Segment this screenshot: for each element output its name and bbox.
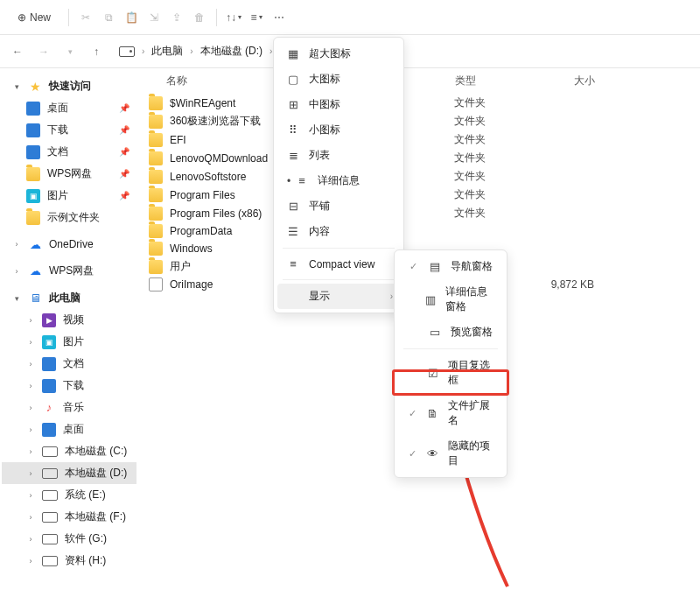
sidebar-drive-c[interactable]: ›本地磁盘 (C:): [2, 440, 136, 462]
sidebar-wpsdrive[interactable]: ›☁WPS网盘: [2, 260, 136, 282]
separator: [68, 9, 69, 26]
crumb-thispc[interactable]: 此电脑: [151, 44, 183, 59]
download-icon: [42, 379, 56, 393]
file-row[interactable]: LenovoSoftstore5 23:31文件夹: [140, 167, 700, 186]
file-type: 文件夹: [454, 114, 533, 129]
chevron-right-icon: ›: [26, 491, 35, 500]
menu-content[interactable]: ☰内容: [277, 219, 400, 244]
menu-tiles[interactable]: ⊟平铺: [277, 193, 400, 219]
chevron-right-icon: ›: [26, 557, 35, 565]
menu-label: 详细信息窗格: [445, 284, 494, 314]
menu-label: 内容: [309, 224, 330, 239]
breadcrumb[interactable]: › 此电脑 › 本地磁盘 (D:) ›: [119, 44, 274, 59]
tiles-icon: ⊟: [286, 200, 300, 213]
menu-list[interactable]: ≣列表: [277, 143, 400, 168]
sidebar-samples[interactable]: 示例文件夹: [2, 207, 136, 228]
new-button[interactable]: ⊕ New: [7, 8, 61, 27]
sidebar-desktop[interactable]: 桌面📌: [2, 97, 136, 119]
col-size[interactable]: 大小: [534, 74, 612, 88]
file-row[interactable]: Program Files (x86)5 15:00文件夹: [140, 204, 700, 222]
sidebar-downloads2[interactable]: ›下载: [2, 375, 136, 397]
sidebar-label: 图片: [47, 188, 68, 203]
sidebar-documents2[interactable]: ›文档: [2, 353, 136, 375]
file-row[interactable]: Program Files2:41文件夹: [140, 186, 700, 204]
menu-label: 列表: [309, 148, 330, 163]
chevron-right-icon: ›: [26, 338, 35, 347]
menu-compact-view[interactable]: ≡Compact view: [277, 252, 400, 276]
check-icon: ✓: [407, 261, 419, 272]
menu-show[interactable]: 显示›: [277, 284, 400, 309]
file-row[interactable]: ProgramData: [140, 222, 700, 240]
menu-file-extensions[interactable]: ✓🗎文件扩展名: [398, 393, 503, 433]
recent-icon[interactable]: ▾: [61, 47, 79, 56]
menu-label: 中图标: [309, 97, 340, 112]
sort-icon[interactable]: ↑↓ ▾: [224, 8, 243, 27]
sidebar-drive-e[interactable]: ›系统 (E:): [2, 484, 136, 506]
col-type[interactable]: 类型: [455, 74, 534, 88]
sidebar-drive-f[interactable]: ›本地磁盘 (F:): [2, 506, 136, 528]
forward-icon[interactable]: →: [35, 46, 52, 58]
drive-icon: [42, 490, 58, 501]
file-type: 文件夹: [454, 206, 533, 221]
cut-icon[interactable]: ✂: [76, 8, 95, 27]
pc-icon: 🖥: [28, 291, 42, 306]
sidebar-documents[interactable]: 文档📌: [2, 141, 136, 163]
file-row[interactable]: EFI5 17:18文件夹: [140, 130, 700, 149]
delete-icon[interactable]: 🗑: [190, 8, 209, 27]
sidebar-drive-h[interactable]: ›资料 (H:): [2, 550, 136, 572]
sidebar: ▾ ★ 快速访问 桌面📌 下载📌 文档📌 WPS网盘📌 ▣图片📌 示例文件夹 ›…: [0, 68, 140, 604]
toolbar: ⊕ New ✂ ⧉ 📋 ⇲ ⇪ 🗑 ↑↓ ▾ ≡ ▾ ⋯: [0, 0, 700, 35]
sidebar-desktop2[interactable]: ›桌面: [2, 418, 136, 440]
sidebar-thispc[interactable]: ▾🖥此电脑: [2, 287, 136, 309]
drive-icon: [42, 446, 58, 457]
menu-medium-icons[interactable]: ⊞中图标: [277, 92, 400, 117]
rename-icon[interactable]: ⇲: [144, 8, 164, 27]
menu-details-pane[interactable]: ▥详细信息窗格: [398, 279, 503, 320]
menu-label: 显示: [309, 289, 330, 304]
menu-divider: [283, 279, 395, 280]
sidebar-label: WPS网盘: [49, 263, 94, 278]
menu-hidden-items[interactable]: ✓👁隐藏的项目: [398, 433, 503, 474]
menu-large-icons[interactable]: ▢大图标: [277, 67, 400, 92]
separator: [216, 9, 217, 26]
file-row[interactable]: 360极速浏览器下载3 17:26文件夹: [140, 112, 700, 130]
sidebar-label: 本地磁盘 (D:): [65, 466, 127, 481]
menu-navigation-pane[interactable]: ✓▤导航窗格: [398, 254, 503, 279]
document-icon: [42, 357, 56, 371]
sidebar-onedrive[interactable]: ›☁OneDrive: [2, 234, 136, 255]
sidebar-pictures[interactable]: ▣图片📌: [2, 185, 136, 207]
file-row[interactable]: LenovoQMDownload5 19:40文件夹: [140, 149, 700, 167]
sidebar-downloads[interactable]: 下载📌: [2, 119, 136, 141]
more-icon[interactable]: ⋯: [270, 8, 289, 27]
check-icon: ✓: [407, 408, 417, 419]
crumb-drive[interactable]: 本地磁盘 (D:): [200, 44, 262, 59]
folder-icon: [149, 170, 163, 184]
menu-item-checkboxes[interactable]: ☑项目复选框: [398, 353, 503, 393]
share-icon[interactable]: ⇪: [167, 8, 186, 27]
drive-icon: [42, 534, 58, 544]
sidebar-label: 软件 (G:): [65, 531, 107, 546]
music-icon: ♪: [42, 401, 56, 415]
sidebar-quick-access[interactable]: ▾ ★ 快速访问: [2, 75, 136, 97]
folder-icon: [26, 211, 40, 225]
file-row[interactable]: $WinREAgent2:15文件夹: [140, 94, 700, 112]
sidebar-wps[interactable]: WPS网盘📌: [2, 163, 136, 185]
chevron-right-icon: ›: [390, 291, 393, 301]
menu-preview-pane[interactable]: ▭预览窗格: [398, 320, 503, 345]
paste-icon[interactable]: 📋: [122, 8, 141, 27]
cloud-icon: ☁: [28, 264, 42, 278]
menu-details[interactable]: •≡详细信息: [277, 168, 400, 193]
copy-icon[interactable]: ⧉: [99, 8, 118, 27]
file-type: 文件夹: [454, 187, 533, 202]
sidebar-pictures2[interactable]: ›▣图片: [2, 331, 136, 353]
sidebar-label: 文档: [63, 356, 84, 371]
sidebar-drive-d[interactable]: ›本地磁盘 (D:): [2, 462, 136, 484]
menu-small-icons[interactable]: ⠿小图标: [277, 117, 400, 143]
sidebar-music[interactable]: ›♪音乐: [2, 397, 136, 418]
menu-extra-large-icons[interactable]: ▦超大图标: [277, 41, 400, 67]
sidebar-video[interactable]: ›▶视频: [2, 309, 136, 331]
up-icon[interactable]: ↑: [88, 46, 105, 58]
sidebar-drive-g[interactable]: ›软件 (G:): [2, 528, 136, 550]
back-icon[interactable]: ←: [9, 46, 26, 58]
view-icon[interactable]: ≡ ▾: [247, 8, 266, 27]
